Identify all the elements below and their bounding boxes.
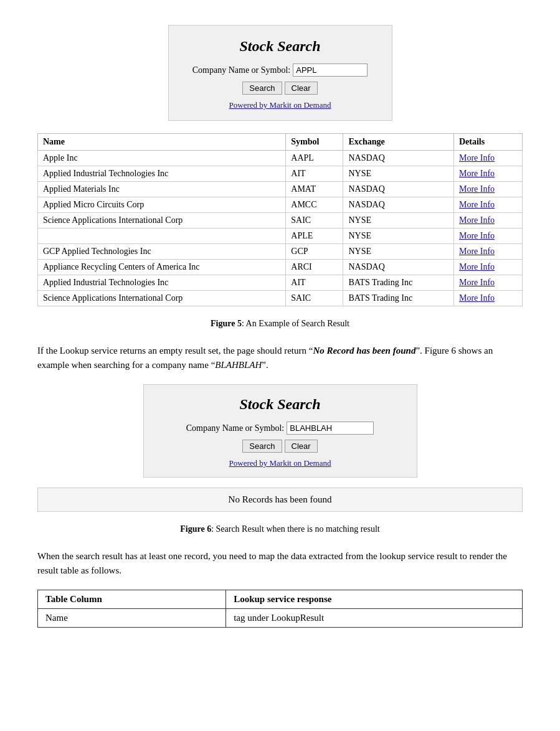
table-row: Science Applications International Corp … (38, 213, 523, 229)
cell-symbol: SAIC (286, 291, 343, 306)
col-header-symbol: Symbol (286, 134, 343, 151)
cell-name: Science Applications International Corp (38, 291, 286, 306)
cell-exchange: NYSE (343, 244, 454, 260)
mapping-col-header-2: Lookup service response (226, 590, 523, 609)
widget2-btn-row: Search Clear (156, 440, 404, 453)
widget2-powered-link[interactable]: Powered by Markit on Demand (229, 458, 331, 468)
body-text1-italic2: BLAHBLAH (215, 360, 262, 370)
more-info-link[interactable]: More Info (459, 247, 495, 256)
widget1-input[interactable] (293, 64, 368, 77)
widget2-search-button[interactable]: Search (242, 440, 282, 453)
figure6-caption: Figure 6: Search Result when there is no… (37, 524, 523, 534)
cell-details[interactable]: More Info (453, 197, 522, 213)
table-row: GCP Applied Technologies Inc GCP NYSE Mo… (38, 244, 523, 260)
cell-name: Applied Materials Inc (38, 182, 286, 197)
widget2-label: Company Name or Symbol: (186, 423, 285, 433)
mapping-header-row: Table Column Lookup service response (38, 590, 523, 609)
widget2-form-row: Company Name or Symbol: (156, 422, 404, 435)
cell-exchange: NYSE (343, 213, 454, 229)
more-info-link[interactable]: More Info (459, 262, 495, 271)
widget1-clear-button[interactable]: Clear (285, 82, 318, 95)
cell-exchange: NASDAQ (343, 182, 454, 197)
mapping-cell-response: tag under LookupResult (226, 609, 523, 628)
cell-details[interactable]: More Info (453, 182, 522, 197)
cell-details[interactable]: More Info (453, 229, 522, 244)
table-row: Science Applications International Corp … (38, 291, 523, 306)
figure6-label: Figure 6 (180, 524, 211, 534)
cell-name (38, 229, 286, 244)
widget1-title: Stock Search (187, 38, 373, 55)
table-row: Applied Industrial Technologies Inc AIT … (38, 275, 523, 291)
cell-name: GCP Applied Technologies Inc (38, 244, 286, 260)
mapping-table: Table Column Lookup service response Nam… (37, 590, 523, 628)
body-text1-p3: ”. (262, 360, 268, 370)
cell-name: Appliance Recycling Centers of America I… (38, 260, 286, 275)
mapping-col-header-1: Table Column (38, 590, 226, 609)
cell-exchange: NYSE (343, 166, 454, 182)
body-text1-italic: No Record has been found (313, 346, 415, 356)
widget1-powered-link[interactable]: Powered by Markit on Demand (229, 100, 331, 110)
widget2-title: Stock Search (156, 396, 404, 413)
cell-symbol: AMCC (286, 197, 343, 213)
cell-exchange: NASDAQ (343, 197, 454, 213)
cell-exchange: BATS Trading Inc (343, 275, 454, 291)
cell-symbol: AIT (286, 275, 343, 291)
cell-exchange: NYSE (343, 229, 454, 244)
more-info-link[interactable]: More Info (459, 169, 495, 178)
body-text1-p1: If the Lookup service returns an empty r… (37, 346, 313, 356)
cell-details[interactable]: More Info (453, 244, 522, 260)
table-row: Applied Materials Inc AMAT NASDAQ More I… (38, 182, 523, 197)
cell-symbol: APLE (286, 229, 343, 244)
body-text2-span: When the search result has at least one … (37, 551, 507, 575)
figure5-text: : An Example of Search Result (242, 319, 349, 328)
stock-search-widget-2: Stock Search Company Name or Symbol: Sea… (143, 384, 417, 478)
cell-symbol: SAIC (286, 213, 343, 229)
more-info-link[interactable]: More Info (459, 184, 495, 194)
cell-exchange: NASDAQ (343, 260, 454, 275)
mapping-table-row: Name tag under LookupResult (38, 609, 523, 628)
cell-symbol: AIT (286, 166, 343, 182)
widget1-label: Company Name or Symbol: (192, 65, 291, 75)
widget1-search-button[interactable]: Search (242, 82, 282, 95)
body-text-1: If the Lookup service returns an empty r… (37, 344, 523, 372)
col-header-details: Details (453, 134, 522, 151)
more-info-link[interactable]: More Info (459, 200, 495, 209)
cell-symbol: AMAT (286, 182, 343, 197)
figure5-label: Figure 5 (211, 319, 242, 328)
widget2-input[interactable] (287, 422, 374, 435)
table-row: APLE NYSE More Info (38, 229, 523, 244)
cell-details[interactable]: More Info (453, 213, 522, 229)
table-row: Appliance Recycling Centers of America I… (38, 260, 523, 275)
mapping-cell-col: Name (38, 609, 226, 628)
widget2-clear-button[interactable]: Clear (285, 440, 318, 453)
cell-name: Applied Industrial Technologies Inc (38, 166, 286, 182)
cell-details[interactable]: More Info (453, 166, 522, 182)
figure5-caption: Figure 5: An Example of Search Result (37, 319, 523, 329)
more-info-link[interactable]: More Info (459, 215, 495, 225)
table-row: Applied Industrial Technologies Inc AIT … (38, 166, 523, 182)
no-records-text: No Records has been found (229, 494, 332, 504)
results-table: Name Symbol Exchange Details Apple Inc A… (37, 133, 523, 306)
cell-details[interactable]: More Info (453, 291, 522, 306)
figure6-text: : Search Result when there is no matchin… (211, 524, 380, 534)
cell-exchange: BATS Trading Inc (343, 291, 454, 306)
more-info-link[interactable]: More Info (459, 153, 495, 163)
results-table-header-row: Name Symbol Exchange Details (38, 134, 523, 151)
no-records-box: No Records has been found (37, 488, 523, 512)
more-info-link[interactable]: More Info (459, 293, 495, 303)
cell-name: Applied Micro Circuits Corp (38, 197, 286, 213)
cell-symbol: ARCI (286, 260, 343, 275)
col-header-name: Name (38, 134, 286, 151)
cell-details[interactable]: More Info (453, 275, 522, 291)
more-info-link[interactable]: More Info (459, 278, 495, 287)
stock-search-widget-1: Stock Search Company Name or Symbol: Sea… (168, 25, 392, 121)
cell-name: Science Applications International Corp (38, 213, 286, 229)
col-header-exchange: Exchange (343, 134, 454, 151)
cell-exchange: NASDAQ (343, 151, 454, 166)
more-info-link[interactable]: More Info (459, 231, 495, 240)
cell-details[interactable]: More Info (453, 260, 522, 275)
cell-symbol: AAPL (286, 151, 343, 166)
cell-details[interactable]: More Info (453, 151, 522, 166)
cell-name: Applied Industrial Technologies Inc (38, 275, 286, 291)
cell-symbol: GCP (286, 244, 343, 260)
